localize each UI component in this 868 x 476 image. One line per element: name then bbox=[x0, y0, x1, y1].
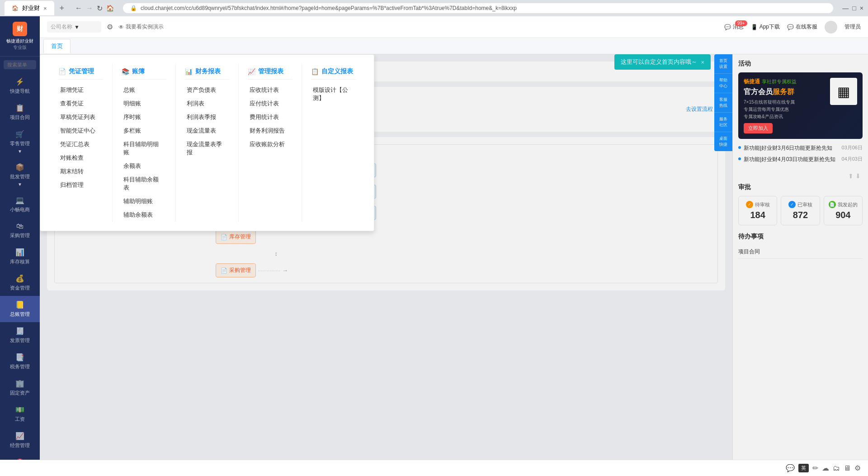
menu-item-aux-balance-table[interactable]: 辅助余额表 bbox=[122, 208, 166, 222]
menu-item-payable-stats[interactable]: 应付统计表 bbox=[248, 97, 292, 110]
top-bar: 公司名称 ▼ ⚙ 👁 我要看实例演示 💬 消息 99+ 📱 App下载 bbox=[40, 16, 868, 38]
voucher-icon: 📄 bbox=[58, 68, 66, 75]
sidebar-item-label: 项目合同 bbox=[10, 114, 30, 121]
invoice-icon: 🧾 bbox=[15, 327, 24, 335]
sidebar-item-fixed-assets[interactable]: 🏢 固定资产 bbox=[0, 375, 40, 401]
sidebar-item-salary[interactable]: 💵 工资 bbox=[0, 401, 40, 427]
menu-item-balance-table[interactable]: 余额表 bbox=[122, 159, 166, 173]
sidebar-item-label: 采购管理 bbox=[10, 232, 30, 239]
menu-item-period-close[interactable]: 期末结转 bbox=[58, 165, 103, 178]
menu-item-receivable-analysis[interactable]: 应收账款分析 bbox=[248, 138, 292, 151]
menu-item-expense-stats[interactable]: 费用统计表 bbox=[248, 110, 292, 124]
financial-report-label: 财务报表 bbox=[195, 67, 221, 76]
topbar-settings-icon[interactable]: ⚙ bbox=[107, 23, 113, 31]
menu-item-detail-ledger[interactable]: 明细账 bbox=[122, 97, 166, 110]
sidebar-item-project[interactable]: 📋 项目合同 bbox=[0, 99, 40, 125]
menu-item-reconcile[interactable]: 对账检查 bbox=[58, 151, 103, 165]
menu-item-template-design[interactable]: 模版设计【公测】 bbox=[311, 83, 356, 105]
url-text: cloud.chanjet.com/cc/u6d89qwnryel/57bfsk… bbox=[141, 5, 517, 11]
browser-tab[interactable]: 🏠 好业财 × bbox=[5, 1, 54, 15]
financial-report-icon: 📊 bbox=[185, 68, 193, 75]
mgmt-report-label: 管理报表 bbox=[258, 67, 283, 76]
menu-item-aux-detail-ledger[interactable]: 辅助明细账 bbox=[122, 195, 166, 208]
minimize-btn[interactable]: — bbox=[842, 5, 849, 12]
menu-item-multi-column-ledger[interactable]: 多栏账 bbox=[122, 124, 166, 138]
notification-btn[interactable]: 💬 消息 99+ bbox=[724, 23, 744, 31]
sidebar-item-retail[interactable]: 🛒 零售管理 ▼ bbox=[0, 125, 40, 158]
demo-link[interactable]: 👁 我要看实例演示 bbox=[118, 23, 164, 31]
sidebar-item-accounting[interactable]: 📒 总账管理 bbox=[0, 296, 40, 322]
taskbar-chat-icon[interactable]: 💬 bbox=[786, 464, 795, 472]
menu-item-new-voucher[interactable]: 新增凭证 bbox=[58, 83, 103, 97]
sidebar-item-quick-nav[interactable]: ⚡ 快捷导航 bbox=[0, 73, 40, 99]
purchase-icon: 🛍 bbox=[16, 222, 24, 230]
tab-home-label: 首页 bbox=[51, 43, 63, 49]
address-bar[interactable]: 🔒 cloud.chanjet.com/cc/u6d89qwnryel/57bf… bbox=[123, 3, 833, 13]
menu-item-receivable-stats[interactable]: 应收统计表 bbox=[248, 83, 292, 97]
menu-item-subject-detail-ledger[interactable]: 科目辅助明细账 bbox=[122, 138, 166, 159]
dropdown-overlay[interactable]: 📄 凭证管理 新增凭证 查看凭证 草稿凭证列表 智能凭证中心 凭证汇总表 对账检… bbox=[40, 54, 868, 476]
home-btn[interactable]: 🏠 bbox=[106, 5, 114, 12]
sidebar-item-tax[interactable]: 📑 税务管理 bbox=[0, 348, 40, 375]
sidebar-item-operation[interactable]: 📈 经营管理 bbox=[0, 427, 40, 453]
tab-close-btn[interactable]: × bbox=[43, 5, 47, 12]
sidebar-item-label: 税务管理 bbox=[10, 363, 30, 370]
company-selector[interactable]: 公司名称 ▼ bbox=[47, 21, 101, 33]
taskbar-monitor-icon[interactable]: 🖥 bbox=[844, 464, 851, 472]
user-avatar[interactable] bbox=[825, 21, 837, 33]
tab-home[interactable]: 首页 bbox=[43, 39, 71, 53]
username-text: 管理员 bbox=[844, 23, 861, 31]
taskbar-folder-icon[interactable]: 🗂 bbox=[833, 464, 840, 472]
sidebar-search-area bbox=[0, 57, 40, 73]
menu-item-cashflow[interactable]: 现金流量表 bbox=[185, 124, 230, 138]
sidebar-item-wholesale[interactable]: 📦 批发管理 ▼ bbox=[0, 158, 40, 191]
close-btn[interactable]: × bbox=[860, 5, 863, 12]
menu-item-sequential-ledger[interactable]: 序时账 bbox=[122, 110, 166, 124]
menu-item-income-quarterly[interactable]: 利润表季报 bbox=[185, 110, 230, 124]
menu-item-income-statement[interactable]: 利润表 bbox=[185, 97, 230, 110]
sidebar-item-finance[interactable]: 💰 资金管理 bbox=[0, 270, 40, 296]
taskbar-settings-icon[interactable]: ⚙ bbox=[854, 464, 861, 472]
online-support-text: 在线客服 bbox=[796, 23, 817, 31]
dropdown-category-ledger: 📚 账簿 总账 明细账 序时账 多栏账 科目辅助明细账 余额表 科目辅助余额表 … bbox=[113, 64, 176, 222]
demo-text: 我要看实例演示 bbox=[126, 23, 164, 31]
menu-item-draft-voucher[interactable]: 草稿凭证列表 bbox=[58, 110, 103, 124]
sidebar-search-input[interactable] bbox=[4, 60, 36, 69]
menu-item-archive[interactable]: 归档管理 bbox=[58, 178, 103, 192]
retail-icon: 🛒 bbox=[15, 130, 24, 138]
refresh-btn[interactable]: ↻ bbox=[97, 4, 103, 13]
menu-item-cashflow-quarterly[interactable]: 现金流量表季报 bbox=[185, 138, 230, 159]
taskbar-lang[interactable]: 英 bbox=[798, 464, 809, 472]
sidebar-item-ecommerce[interactable]: 💻 小畅电商 bbox=[0, 191, 40, 218]
sidebar-item-label: 固定资产 bbox=[10, 390, 30, 396]
sidebar-item-inventory[interactable]: 📊 库存核算 bbox=[0, 243, 40, 270]
sidebar-item-purchase[interactable]: 🛍 采购管理 bbox=[0, 218, 40, 243]
online-support-btn[interactable]: 💬 在线客服 bbox=[787, 23, 817, 31]
forward-btn[interactable]: → bbox=[86, 4, 93, 12]
sidebar-item-label: 工资 bbox=[15, 416, 25, 423]
back-btn[interactable]: ← bbox=[75, 4, 82, 12]
maximize-btn[interactable]: □ bbox=[852, 5, 856, 12]
project-icon: 📋 bbox=[15, 104, 24, 112]
menu-item-smart-voucher[interactable]: 智能凭证中心 bbox=[58, 124, 103, 138]
menu-item-view-voucher[interactable]: 查看凭证 bbox=[58, 97, 103, 110]
logo-text: 畅捷通好业财 bbox=[6, 38, 33, 44]
menu-item-subject-balance-table[interactable]: 科目辅助余额表 bbox=[122, 173, 166, 195]
new-tab-btn[interactable]: + bbox=[56, 4, 68, 13]
taskbar-pencil-icon[interactable]: ✏ bbox=[812, 464, 818, 472]
menu-item-voucher-summary[interactable]: 凭证汇总表 bbox=[58, 138, 103, 151]
taskbar-cloud-icon[interactable]: ☁ bbox=[822, 464, 829, 472]
menu-item-balance-sheet[interactable]: 资产负债表 bbox=[185, 83, 230, 97]
sidebar-item-label: 总账管理 bbox=[10, 311, 30, 318]
menu-item-profit-report[interactable]: 财务利润报告 bbox=[248, 124, 292, 138]
dropdown-category-financial-report: 📊 财务报表 资产负债表 利润表 利润表季报 现金流量表 现金流量表季报 bbox=[176, 64, 239, 222]
menu-item-general-ledger[interactable]: 总账 bbox=[122, 83, 166, 97]
sidebar-logo: 财 畅捷通好业财 专业版 bbox=[0, 16, 40, 57]
sidebar-item-label: 发票管理 bbox=[10, 337, 30, 344]
dropdown-category-custom-report: 📋 自定义报表 模版设计【公测】 bbox=[302, 64, 365, 222]
sidebar-item-invoice[interactable]: 🧾 发票管理 bbox=[0, 322, 40, 348]
company-selector-arrow: ▼ bbox=[74, 24, 80, 30]
support-icon: 💬 bbox=[787, 24, 794, 30]
app-download-btn[interactable]: 📱 App下载 bbox=[751, 23, 780, 31]
content-area: 📄 凭证管理 新增凭证 查看凭证 草稿凭证列表 智能凭证中心 凭证汇总表 对账检… bbox=[40, 54, 868, 476]
